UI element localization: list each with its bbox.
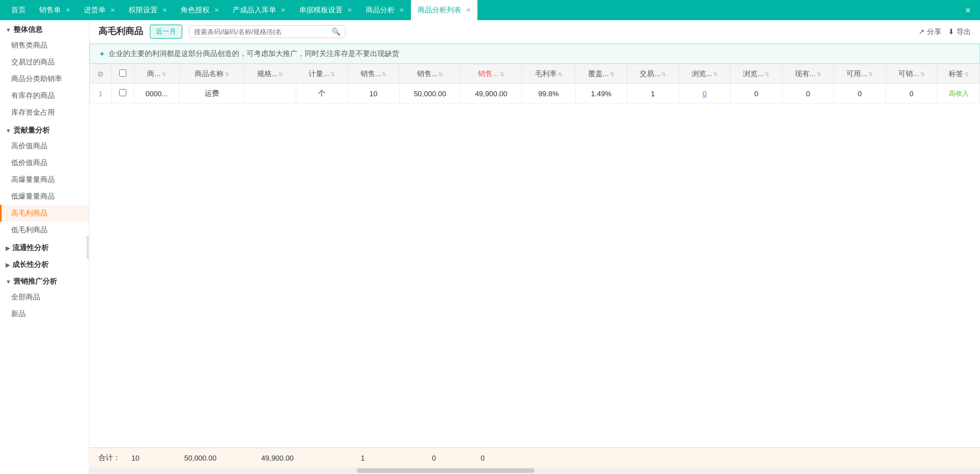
cell-unit: 个 <box>296 84 348 104</box>
nav-product-analysis[interactable]: 商品分析 ✕ <box>359 0 411 20</box>
close-product-inbound-tab[interactable]: ✕ <box>281 0 286 20</box>
sidebar-item-low-volume[interactable]: 低爆量量商品 <box>0 188 89 205</box>
share-icon: ↗ <box>919 27 925 36</box>
info-tip: ✦ 企业的主要的利润都是这部分商品创造的，可考虑加大推广，同时关注库存是不要出现… <box>89 44 980 64</box>
cell-sale2: 50,000.00 <box>399 84 461 104</box>
sort-tag-icon: ⇅ <box>964 71 969 77</box>
export-button[interactable]: ⬇ 导出 <box>948 27 971 37</box>
sidebar-item-sales-goods[interactable]: 销售类商品 <box>0 37 89 54</box>
total-label: 合计： <box>98 453 120 463</box>
sidebar-group-marketing[interactable]: ▼ 营销推广分析 <box>0 272 89 289</box>
share-button[interactable]: ↗ 分享 <box>919 27 941 37</box>
close-purchase-tab[interactable]: ✕ <box>110 0 115 20</box>
select-all-checkbox[interactable] <box>119 69 126 77</box>
sidebar-group-contribution-arrow: ▼ <box>6 128 11 134</box>
close-product-analysis-list-tab[interactable]: ✕ <box>466 0 471 20</box>
sort-browse2-icon: ⇅ <box>765 71 769 77</box>
settings-icon[interactable]: ⚙ <box>97 70 104 78</box>
sort-sale2-icon: ⇅ <box>438 71 443 77</box>
nav-home[interactable]: 首页 <box>4 0 32 20</box>
sidebar-group-growth[interactable]: ▶ 成长性分析 <box>0 255 89 272</box>
cell-sale3: 49,900.00 <box>461 84 522 104</box>
filter-recent-month-button[interactable]: 近一月 <box>150 25 182 39</box>
header-right-actions: ↗ 分享 ⬇ 导出 <box>919 27 971 37</box>
close-sales-tab[interactable]: ✕ <box>65 0 70 20</box>
cell-sale1: 10 <box>348 84 400 104</box>
sidebar-item-high-margin[interactable]: 高毛利商品 <box>0 205 89 222</box>
info-icon: ✦ <box>99 50 105 58</box>
footer-sale1: 10 <box>131 454 139 462</box>
sidebar-item-high-volume[interactable]: 高爆量量商品 <box>0 171 89 188</box>
col-sale1[interactable]: 销售...⇅ <box>348 64 400 84</box>
cell-trade: 1 <box>627 84 679 104</box>
search-input[interactable] <box>194 28 332 36</box>
close-product-analysis-tab[interactable]: ✕ <box>399 0 404 20</box>
sidebar-item-stock-capital[interactable]: 库存资金占用 <box>0 104 89 121</box>
sort-current-icon: ⇅ <box>817 71 821 77</box>
sidebar-item-category-sales-rate[interactable]: 商品分类助销率 <box>0 71 89 87</box>
footer-total: 合计： 10 50,000.00 49,900.00 1 0 0 <box>89 447 980 467</box>
col-sale2[interactable]: 销售...⇅ <box>399 64 461 84</box>
horizontal-scrollbar[interactable] <box>89 467 980 474</box>
cell-code: 0000... <box>134 84 179 104</box>
nav-purchase[interactable]: 进货单 ✕ <box>77 0 122 20</box>
sidebar-group-liquidity[interactable]: ▶ 流通性分析 <box>0 238 89 255</box>
nav-permission[interactable]: 权限设置 ✕ <box>122 0 174 20</box>
sort-code-icon: ⇅ <box>162 71 166 77</box>
cell-checkbox[interactable] <box>111 84 134 104</box>
nav-role[interactable]: 角色授权 ✕ <box>174 0 226 20</box>
footer-sale2: 50,000.00 <box>184 454 216 462</box>
col-code[interactable]: 商...⇅ <box>134 64 179 84</box>
main-layout: ◀ ▼ 整体信息 销售类商品 交易过的商品 商品分类助销率 有库存的商品 库存资… <box>0 20 980 474</box>
nav-sales[interactable]: 销售单 ✕ <box>32 0 77 20</box>
col-browse2[interactable]: 浏览...⇅ <box>731 64 783 84</box>
close-permission-tab[interactable]: ✕ <box>162 0 167 20</box>
col-margin[interactable]: 毛利率⇅ <box>522 64 575 84</box>
footer-sellable: 0 <box>481 454 485 462</box>
sidebar-item-traded-goods[interactable]: 交易过的商品 <box>0 54 89 71</box>
col-tag[interactable]: 标签⇅ <box>938 64 980 84</box>
nav-product-analysis-list[interactable]: 商品分析列表 ✕ <box>411 0 477 20</box>
col-unit[interactable]: 计量...⇅ <box>296 64 348 84</box>
nav-product-inbound[interactable]: 产成品入库单 ✕ <box>226 0 292 20</box>
sidebar-group-overall[interactable]: ▼ 整体信息 <box>0 20 89 37</box>
sidebar-item-high-value[interactable]: 高价值商品 <box>0 138 89 154</box>
content-header: 高毛利商品 近一月 🔍 ↗ 分享 ⬇ 导出 <box>89 20 980 44</box>
col-spec[interactable]: 规格...⇅ <box>244 64 296 84</box>
col-sellable[interactable]: 可销...⇅ <box>886 64 938 84</box>
sidebar-item-in-stock-goods[interactable]: 有库存的商品 <box>0 87 89 104</box>
scrollbar-thumb[interactable] <box>357 468 535 473</box>
col-available[interactable]: 可用...⇅ <box>834 64 886 84</box>
sort-browse1-icon: ⇅ <box>713 71 718 77</box>
search-icon[interactable]: 🔍 <box>332 27 340 36</box>
sort-unit-icon: ⇅ <box>330 71 335 77</box>
col-trade[interactable]: 交易...⇅ <box>627 64 679 84</box>
col-current[interactable]: 现有...⇅ <box>782 64 834 84</box>
sort-available-icon: ⇅ <box>868 71 873 77</box>
sidebar-item-all-goods[interactable]: 全部商品 <box>0 289 89 306</box>
sidebar-item-new-goods[interactable]: 新品 <box>0 306 89 322</box>
data-table: ⚙ 商...⇅ 商品名称⇅ 规格...⇅ <box>89 64 980 104</box>
cell-row-num: 1 <box>90 84 112 104</box>
col-coverage[interactable]: 覆盖...⇅ <box>575 64 627 84</box>
col-settings[interactable]: ⚙ <box>90 64 112 84</box>
table-row: 1 0000... 运费 个 10 50,000.00 49,900.00 99… <box>90 84 980 104</box>
col-checkbox[interactable] <box>111 64 134 84</box>
close-template-tab[interactable]: ✕ <box>347 0 352 20</box>
cell-browse1[interactable]: 0 <box>679 84 731 104</box>
sidebar-group-contribution[interactable]: ▼ 贡献量分析 <box>0 121 89 138</box>
cell-sellable: 0 <box>886 84 938 104</box>
sidebar-item-low-value[interactable]: 低价值商品 <box>0 154 89 171</box>
sort-trade-icon: ⇅ <box>661 71 666 77</box>
col-sale3[interactable]: 销售...⇅ <box>461 64 522 84</box>
col-browse1[interactable]: 浏览...⇅ <box>679 64 731 84</box>
close-role-tab[interactable]: ✕ <box>214 0 219 20</box>
col-name[interactable]: 商品名称⇅ <box>179 64 244 84</box>
sidebar-item-low-margin[interactable]: 低毛利商品 <box>0 222 89 238</box>
sidebar-collapse-button[interactable]: ◀ <box>87 236 89 259</box>
nav-template[interactable]: 单据模板设置 ✕ <box>292 0 359 20</box>
sidebar-group-marketing-arrow: ▼ <box>6 279 11 285</box>
row-checkbox[interactable] <box>119 89 126 96</box>
sort-sellable-icon: ⇅ <box>920 71 925 77</box>
close-all-button[interactable]: ✕ <box>960 6 976 15</box>
